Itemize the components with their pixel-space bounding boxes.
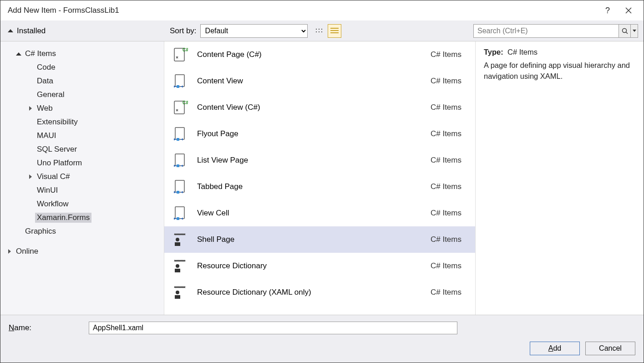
sort-label: Sort by: (170, 26, 197, 36)
template-name: Content Page (C#) (197, 50, 431, 59)
main-area: C# ItemsCodeDataGeneralWebExtensibilityM… (0, 41, 644, 315)
name-input[interactable] (89, 322, 457, 334)
tree-node-label: Data (35, 76, 55, 86)
window-title: Add New Item - FormsClassLib1 (8, 6, 597, 15)
template-category: C# Items (431, 235, 461, 244)
svg-point-27 (176, 291, 179, 294)
tree-node-winui[interactable]: WinUI (0, 184, 164, 197)
template-name: Resource Dictionary (197, 261, 431, 271)
search-input[interactable] (473, 24, 619, 38)
tree-node-xamarin-forms[interactable]: Xamarin.Forms (0, 211, 164, 225)
search-group (473, 24, 638, 38)
svg-rect-11 (175, 180, 184, 192)
xaml-page-icon (172, 126, 188, 142)
tree-node-label: Web (35, 103, 55, 113)
svg-text:C#: C# (183, 100, 188, 105)
tree-node-label: Online (14, 246, 40, 256)
help-button[interactable]: ? (597, 3, 618, 18)
svg-rect-7 (175, 128, 184, 139)
tree-node-workflow[interactable]: Workflow (0, 197, 164, 211)
template-item[interactable]: Tabbed PageC# Items (164, 174, 475, 200)
template-item[interactable]: C#Content View (C#)C# Items (164, 94, 475, 121)
template-item[interactable]: C#Content Page (C#)C# Items (164, 41, 475, 68)
template-item[interactable]: Flyout PageC# Items (164, 121, 475, 147)
template-item[interactable]: Content ViewC# Items (164, 68, 475, 94)
svg-rect-9 (175, 154, 184, 166)
svg-rect-13 (175, 207, 184, 219)
tree-node-general[interactable]: General (0, 88, 164, 102)
tree-node-extensibility[interactable]: Extensibility (0, 115, 164, 129)
svg-rect-23 (175, 269, 180, 272)
tree-node-label: Graphics (23, 226, 58, 236)
template-category: C# Items (431, 156, 461, 165)
template-panel: C#Content Page (C#)C# ItemsContent ViewC… (164, 41, 475, 315)
template-category: C# Items (431, 209, 461, 218)
tree-node-label: WinUI (35, 185, 60, 195)
svg-point-17 (176, 238, 179, 241)
xaml-page-icon (172, 73, 188, 89)
close-button[interactable] (618, 3, 639, 18)
tree-node-label: Extensibility (35, 117, 80, 127)
search-button[interactable] (619, 24, 631, 38)
view-list-button[interactable] (328, 24, 341, 38)
view-grid-button[interactable] (312, 24, 326, 38)
xaml-page-icon (172, 205, 188, 221)
titlebar: Add New Item - FormsClassLib1 ? (0, 0, 644, 20)
tree-node-code[interactable]: Code (0, 61, 164, 74)
tree-arrow-icon (7, 249, 12, 254)
tree-node-label: General (35, 90, 66, 100)
xaml-page-icon (172, 179, 188, 195)
tree-node-uno-platform[interactable]: Uno Platform (0, 156, 164, 170)
template-item[interactable]: List View PageC# Items (164, 147, 475, 174)
svg-text:C#: C# (183, 47, 188, 52)
details-type-value: C# Items (507, 48, 538, 56)
tree-node-label: Workflow (35, 199, 71, 209)
tree-node-label: Code (35, 62, 57, 72)
template-category: C# Items (431, 50, 461, 59)
tree-node-maui[interactable]: MAUI (0, 129, 164, 143)
tree-node-label: MAUI (35, 131, 58, 141)
template-item[interactable]: Resource DictionaryC# Items (164, 253, 475, 279)
tree-node-online[interactable]: Online (0, 245, 164, 258)
toolbar: Installed Sort by: Default (0, 20, 644, 41)
xaml-page-icon (172, 152, 188, 169)
tree-node-graphics[interactable]: Graphics (0, 225, 164, 238)
sort-select[interactable]: Default (200, 24, 308, 38)
template-name: View Cell (197, 209, 431, 218)
template-name: Content View (197, 77, 431, 86)
search-dropdown-button[interactable] (631, 24, 638, 38)
tree-node-c-items[interactable]: C# Items (0, 47, 164, 61)
svg-rect-28 (175, 295, 180, 299)
tree-node-web[interactable]: Web (0, 102, 164, 115)
svg-point-22 (176, 264, 179, 268)
installed-header[interactable]: Installed (6, 26, 170, 36)
template-category: C# Items (431, 288, 461, 297)
svg-rect-29 (181, 291, 185, 299)
tree-node-visual-c-[interactable]: Visual C# (0, 170, 164, 184)
template-category: C# Items (431, 182, 461, 191)
template-category: C# Items (431, 129, 461, 138)
svg-rect-3 (175, 75, 184, 87)
template-item[interactable]: Resource Dictionary (XAML only)C# Items (164, 279, 475, 306)
svg-rect-12 (177, 191, 179, 194)
svg-rect-10 (177, 164, 179, 167)
category-tree: C# ItemsCodeDataGeneralWebExtensibilityM… (0, 41, 164, 315)
template-list[interactable]: C#Content Page (C#)C# ItemsContent ViewC… (164, 41, 475, 315)
template-item[interactable]: Shell PageC# Items (164, 226, 475, 253)
footer: Name: Add Cancel (0, 315, 644, 363)
tree-node-sql-server[interactable]: SQL Server (0, 143, 164, 156)
template-name: Shell Page (197, 235, 431, 244)
tree-node-data[interactable]: Data (0, 74, 164, 88)
tree-node-label: C# Items (23, 49, 58, 59)
tree-node-label: Uno Platform (35, 158, 84, 168)
template-name: Flyout Page (197, 129, 431, 138)
add-button[interactable]: Add (530, 342, 580, 355)
details-description: A page for defining app visual hierarchy… (484, 60, 635, 82)
tree-arrow-icon (28, 174, 33, 179)
cancel-button[interactable]: Cancel (585, 342, 635, 355)
template-category: C# Items (431, 261, 461, 271)
template-item[interactable]: View CellC# Items (164, 200, 475, 226)
template-name: Tabbed Page (197, 182, 431, 191)
tree-node-label: Visual C# (35, 172, 71, 182)
svg-rect-24 (181, 264, 185, 272)
